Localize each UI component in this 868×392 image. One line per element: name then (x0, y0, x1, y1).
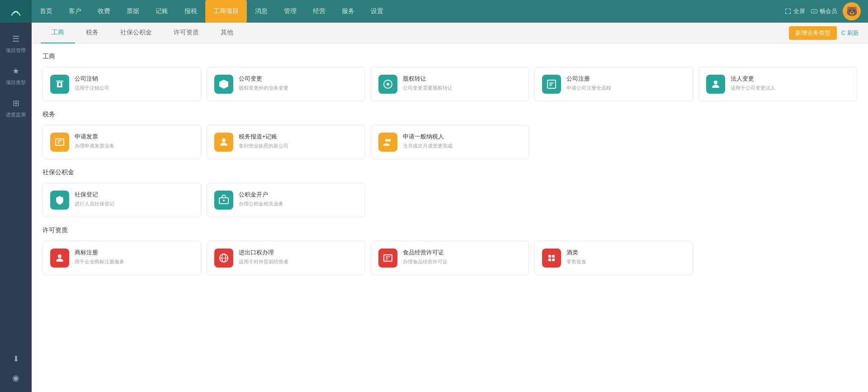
card-grid-工商: 公司注销 适用于注销公司 公司变更 股权变更外的业务变更 股权转让 公司变更需要… (42, 67, 857, 101)
mascot: 🐻 (843, 2, 861, 20)
nav-item-设置[interactable]: 设置 (363, 0, 392, 23)
card-desc: 股权变更外的业务变更 (239, 85, 358, 91)
service-card-申请发票[interactable]: 申请发票 办理申请发票业务 (42, 125, 201, 159)
service-card-公司变更[interactable]: 公司变更 股权变更外的业务变更 (207, 67, 365, 101)
card-text: 税务报道+记账 拿到营业执照的新公司 (239, 133, 358, 149)
card-title: 商标注册 (75, 249, 193, 257)
settings-icon[interactable]: ◉ (7, 369, 24, 387)
svg-point-6 (385, 139, 388, 142)
card-desc: 办理申请发票业务 (75, 143, 193, 149)
service-card-公司注册[interactable]: 公司注册 申请公司注册全流程 (534, 67, 693, 101)
card-title: 税务报道+记账 (239, 133, 358, 141)
download-icon[interactable]: ⬇ (7, 350, 24, 368)
svg-point-7 (388, 139, 391, 142)
card-icon (214, 191, 233, 210)
sidebar-item-项目管理[interactable]: ☰项目管理 (0, 27, 32, 59)
card-grid-税务: 申请发票 办理申请发票业务 税务报道+记账 拿到营业执照的新公司 申请一般纳税人… (42, 125, 857, 159)
card-desc: 办理公积金相关业务 (239, 201, 358, 207)
card-text: 进出口权办理 适用于对外贸易经营者 (239, 249, 358, 265)
service-card-商标注册[interactable]: 商标注册 用于企业商标注册服务 (42, 241, 201, 275)
refresh-button[interactable]: C 刷新 (841, 29, 859, 37)
sidebar-item-进度监测[interactable]: ⊞进度监测 (0, 91, 32, 124)
sidebar-icon: ★ (9, 65, 22, 77)
service-card-股权转让[interactable]: 股权转让 公司变更需要股权转让 (371, 67, 529, 101)
card-desc: 办理食品经营许可证 (403, 258, 522, 265)
nav-item-记账[interactable]: 记账 (147, 0, 176, 23)
card-text: 申请一般纳税人 当月或次月成变更完成 (403, 133, 522, 149)
card-text: 公积金开户 办理公积金相关业务 (239, 191, 358, 207)
card-desc: 申请公司注册全流程 (566, 85, 685, 91)
card-title: 申请一般纳税人 (403, 133, 522, 141)
card-icon (50, 75, 69, 94)
card-title: 酒类 (566, 249, 685, 257)
tab-list: 工商税务社保公积金许可资质其他 (41, 23, 789, 43)
nav-item-客户[interactable]: 客户 (61, 0, 90, 23)
card-title: 食品经营许可证 (403, 249, 522, 257)
top-nav: 首页客户收费票据记账报税工商项目消息管理经营服务设置 全屏 畅会员 🐻 (0, 0, 868, 23)
nav-item-收费[interactable]: 收费 (90, 0, 118, 23)
card-title: 公司注销 (75, 75, 193, 83)
nav-item-服务[interactable]: 服务 (334, 0, 363, 23)
card-icon (50, 133, 69, 152)
add-type-button[interactable]: 新增业务类型 (789, 26, 837, 40)
sidebar: ☰项目管理★项目类型⊞进度监测⬇◉ (0, 23, 32, 392)
card-title: 法人变更 (731, 75, 849, 83)
card-text: 食品经营许可证 办理食品经营许可证 (403, 249, 522, 265)
nav-item-票据[interactable]: 票据 (118, 0, 147, 23)
service-card-社保登记[interactable]: 社保登记 进行人员社保登记 (42, 183, 201, 217)
card-grid-许可资质: 商标注册 用于企业商标注册服务 进出口权办理 适用于对外贸易经营者 食品经营许可… (42, 241, 857, 275)
card-icon (214, 133, 233, 152)
section-title-许可资质: 许可资质 (42, 226, 857, 234)
card-desc: 用于企业商标注册服务 (75, 258, 193, 265)
service-card-公积金开户[interactable]: 公积金开户 办理公积金相关业务 (207, 183, 365, 217)
card-desc: 拿到营业执照的新公司 (239, 143, 358, 149)
service-card-税务报道+记账[interactable]: 税务报道+记账 拿到营业执照的新公司 (207, 125, 365, 159)
svg-rect-14 (548, 255, 551, 258)
card-text: 公司注销 适用于注销公司 (75, 75, 193, 91)
service-card-酒类[interactable]: 酒类 零售批发 (534, 241, 693, 275)
card-title: 申请发票 (75, 133, 193, 141)
logo (0, 0, 32, 23)
tab-许可资质[interactable]: 许可资质 (163, 23, 210, 43)
card-icon (542, 75, 561, 94)
svg-rect-16 (548, 258, 551, 261)
nav-item-管理[interactable]: 管理 (276, 0, 305, 23)
tab-其他[interactable]: 其他 (210, 23, 244, 43)
sidebar-item-项目类型[interactable]: ★项目类型 (0, 59, 32, 91)
card-icon (542, 249, 561, 268)
nav-items: 首页客户收费票据记账报税工商项目消息管理经营服务设置 (32, 0, 784, 23)
service-card-法人变更[interactable]: 法人变更 适用于公司变更法人 (698, 67, 857, 101)
card-title: 股权转让 (403, 75, 522, 83)
card-text: 股权转让 公司变更需要股权转让 (403, 75, 522, 91)
sidebar-icon: ⊞ (9, 97, 22, 110)
service-card-食品经营许可证[interactable]: 食品经营许可证 办理食品经营许可证 (371, 241, 529, 275)
card-title: 公积金开户 (239, 191, 358, 199)
service-card-进出口权办理[interactable]: 进出口权办理 适用于对外贸易经营者 (207, 241, 365, 275)
nav-item-消息[interactable]: 消息 (247, 0, 276, 23)
nav-item-工商项目[interactable]: 工商项目 (205, 0, 247, 23)
tab-bar: 工商税务社保公积金许可资质其他 新增业务类型 C 刷新 (32, 23, 868, 43)
vip-button[interactable]: 畅会员 (811, 7, 837, 15)
sidebar-bottom: ⬇◉ (7, 350, 24, 392)
svg-rect-17 (552, 258, 555, 261)
tab-工商[interactable]: 工商 (41, 23, 75, 43)
tab-税务[interactable]: 税务 (75, 23, 109, 43)
card-icon (50, 249, 69, 268)
section-title-社保公积金: 社保公积金 (42, 168, 857, 177)
service-card-申请一般纳税人[interactable]: 申请一般纳税人 当月或次月成变更完成 (371, 125, 529, 159)
tab-社保公积金[interactable]: 社保公积金 (109, 23, 163, 43)
card-desc: 公司变更需要股权转让 (403, 85, 522, 91)
nav-item-首页[interactable]: 首页 (32, 0, 61, 23)
nav-item-报税[interactable]: 报税 (176, 0, 205, 23)
card-title: 进出口权办理 (239, 249, 358, 257)
scroll-content: 工商 公司注销 适用于注销公司 公司变更 股权变更外的业务变更 股权转让 公 (32, 43, 868, 392)
service-card-公司注销[interactable]: 公司注销 适用于注销公司 (42, 67, 201, 101)
card-icon (50, 191, 69, 210)
card-icon (378, 133, 397, 152)
card-icon (706, 75, 725, 94)
nav-item-经营[interactable]: 经营 (305, 0, 334, 23)
card-desc: 当月或次月成变更完成 (403, 143, 522, 149)
fullscreen-button[interactable]: 全屏 (784, 7, 805, 15)
card-icon (378, 249, 397, 268)
card-text: 商标注册 用于企业商标注册服务 (75, 249, 193, 265)
